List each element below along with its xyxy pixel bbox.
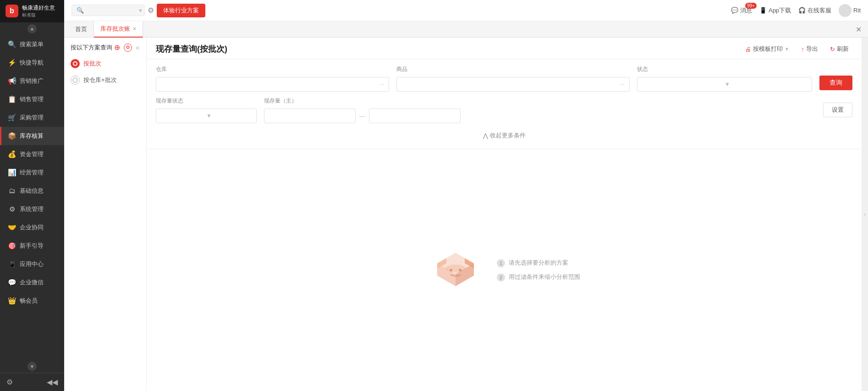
print-btn[interactable]: 🖨 按模板打印 ▼ xyxy=(742,43,793,55)
empty-tips: 1 请先选择要分析的方案 2 用过滤条件来缩小分析范围 xyxy=(497,259,580,282)
sidebar-item-guide[interactable]: 🎯 新手引导 xyxy=(0,237,64,255)
setting-btn-wrap: 设置 xyxy=(823,103,852,118)
sidebar-item-operations[interactable]: 📊 经营管理 xyxy=(0,163,64,182)
tab-home[interactable]: 首页 xyxy=(69,21,94,38)
sidebar-item-sales[interactable]: 📋 销售管理 xyxy=(0,90,64,109)
close-page-btn[interactable]: ✕ xyxy=(856,25,862,33)
app-download-btn[interactable]: 📱 App下载 xyxy=(759,6,791,15)
topbar-search-input[interactable] xyxy=(86,7,136,14)
sidebar-item-system[interactable]: ⚙ 系统管理 xyxy=(0,200,64,218)
empty-tip-1-text: 请先选择要分析的方案 xyxy=(509,259,568,267)
stock-qty-to[interactable] xyxy=(369,109,461,123)
stock-qty-from[interactable] xyxy=(264,109,356,123)
filter-item-batch[interactable]: 按批次 xyxy=(64,55,146,72)
user-avatar[interactable]: Rit xyxy=(839,4,861,17)
empty-illustration xyxy=(430,247,481,293)
warehouse-input-wrap[interactable]: ··· xyxy=(156,77,389,92)
stock-status-field: 现存量状态 ▼ xyxy=(156,97,257,123)
tab-inventory-batch[interactable]: 库存批次账 × xyxy=(94,21,143,38)
right-collapse-handle[interactable]: › xyxy=(862,38,868,391)
system-icon: ⚙ xyxy=(8,205,16,213)
sales-icon: 📋 xyxy=(8,95,16,103)
goods-input[interactable] xyxy=(401,81,620,88)
export-icon: ↑ xyxy=(802,46,805,53)
query-button[interactable]: 查询 xyxy=(819,76,852,90)
sidebar-item-vip[interactable]: 👑 畅会员 xyxy=(0,292,64,310)
empty-tip-2-text: 用过滤条件来缩小分析范围 xyxy=(509,273,580,281)
search-icon: 🔍 xyxy=(77,7,84,14)
stock-qty-label: 现存量（主） xyxy=(264,97,356,105)
warehouse-input[interactable] xyxy=(161,81,379,88)
headset-icon: 🎧 xyxy=(798,7,806,14)
filter-panel-header: 按以下方案查询 ⊕ ⚙ « xyxy=(64,38,146,55)
wechat-icon: 💬 xyxy=(8,278,16,287)
search-icon: 🔍 xyxy=(8,40,16,49)
sidebar-item-label: 企业协同 xyxy=(20,223,44,232)
sidebar-item-marketing[interactable]: 📢 营销推广 xyxy=(0,72,64,90)
messages-btn[interactable]: 💬 消息 99+ xyxy=(731,6,752,15)
sidebar-item-appcenter[interactable]: 📱 应用中心 xyxy=(0,255,64,273)
stock-status-dropdown-icon: ▼ xyxy=(206,113,252,119)
sidebar-item-inventory[interactable]: 📦 库存核算 xyxy=(0,127,64,145)
scroll-down-btn[interactable]: ▼ xyxy=(27,362,37,371)
collapse-more-btn[interactable]: ⋀ 收起更多条件 xyxy=(156,129,852,142)
operations-icon: 📊 xyxy=(8,168,16,177)
app-version: 标准版 xyxy=(22,12,55,18)
export-btn[interactable]: ↑ 导出 xyxy=(798,43,822,55)
stock-qty-to-input[interactable] xyxy=(374,113,456,119)
basic-icon: 🗂 xyxy=(8,187,16,195)
settings-icon[interactable]: ⚙ xyxy=(6,378,13,386)
vip-icon: 👑 xyxy=(8,297,16,305)
dropdown-icon[interactable]: ▼ xyxy=(138,8,143,13)
page-title-bar: 现存量查询(按批次) 🖨 按模板打印 ▼ ↑ 导出 ↻ 刷新 xyxy=(147,38,862,59)
warehouse-more-icon[interactable]: ··· xyxy=(379,81,384,87)
sidebar-nav: 🔍 搜索菜单 ⚡ 快捷导航 📢 营销推广 📋 销售管理 🛒 采购管理 📦 库存核… xyxy=(0,35,64,360)
sidebar-item-label: 应用中心 xyxy=(20,260,44,268)
sidebar-item-wechat[interactable]: 💬 企业微信 xyxy=(0,273,64,292)
sidebar-item-label: 畅会员 xyxy=(20,297,38,305)
print-btn-label: 按模板打印 xyxy=(753,45,783,53)
company-name: 畅康通好生意 xyxy=(22,5,55,12)
trial-btn[interactable]: 体验行业方案 xyxy=(157,4,205,17)
empty-icon-wrap xyxy=(428,243,483,298)
goods-field: 商品 ··· xyxy=(396,65,630,92)
setting-button[interactable]: 设置 xyxy=(823,103,852,117)
gear-icon[interactable]: ⚙ xyxy=(148,6,154,15)
sidebar-item-label: 营销推广 xyxy=(20,77,44,85)
sidebar-item-purchase[interactable]: 🛒 采购管理 xyxy=(0,109,64,127)
tab-close-btn[interactable]: × xyxy=(133,26,136,32)
filter-row-1: 仓库 ··· 商品 ··· xyxy=(156,65,852,92)
sidebar: b 畅康通好生意 标准版 ▲ 🔍 搜索菜单 ⚡ 快捷导航 📢 营销推广 📋 销售… xyxy=(0,0,64,391)
goods-input-wrap[interactable]: ··· xyxy=(396,77,630,92)
print-dropdown-icon[interactable]: ▼ xyxy=(785,46,790,52)
sidebar-item-label: 库存核算 xyxy=(20,132,44,140)
sidebar-item-label: 企业微信 xyxy=(20,278,44,287)
online-service-btn[interactable]: 🎧 在线客服 xyxy=(798,6,831,15)
sidebar-item-search[interactable]: 🔍 搜索菜单 xyxy=(0,35,64,54)
settings-scheme-icon[interactable]: ⚙ xyxy=(124,43,132,52)
stock-qty-from-input[interactable] xyxy=(269,113,351,119)
company-info: 畅康通好生意 标准版 xyxy=(22,5,55,18)
status-select[interactable]: ▼ xyxy=(637,77,812,92)
collapse-panel-icon[interactable]: « xyxy=(136,43,140,52)
goods-more-icon[interactable]: ··· xyxy=(620,81,625,87)
topbar-search-box[interactable]: 🔍 ▼ xyxy=(71,5,145,16)
add-scheme-icon[interactable]: ⊕ xyxy=(114,43,120,52)
collapse-sidebar-icon[interactable]: ◀◀ xyxy=(47,378,58,386)
sidebar-item-finance[interactable]: 💰 资金管理 xyxy=(0,145,64,163)
goods-label: 商品 xyxy=(396,65,630,73)
refresh-btn[interactable]: ↻ 刷新 xyxy=(826,43,852,55)
sidebar-item-enterprise[interactable]: 🤝 企业协同 xyxy=(0,218,64,237)
message-icon: 💬 xyxy=(731,7,738,14)
refresh-icon: ↻ xyxy=(830,46,835,53)
stock-status-select[interactable]: ▼ xyxy=(156,109,257,123)
purchase-icon: 🛒 xyxy=(8,114,16,122)
sidebar-item-quicknav[interactable]: ⚡ 快捷导航 xyxy=(0,54,64,72)
sidebar-item-basic[interactable]: 🗂 基础信息 xyxy=(0,182,64,200)
scroll-up-btn[interactable]: ▲ xyxy=(27,24,37,33)
phone-icon: 📱 xyxy=(759,7,767,14)
filter-item-warehouse-batch[interactable]: 按仓库+批次 xyxy=(64,72,146,88)
appcenter-icon: 📱 xyxy=(8,260,16,268)
refresh-btn-label: 刷新 xyxy=(837,45,849,53)
finance-icon: 💰 xyxy=(8,150,16,158)
